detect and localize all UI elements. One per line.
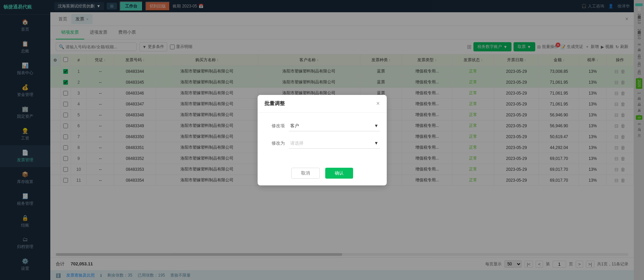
modal-overlay: 批量调整 × 修改项 客户 ▼ 修改为 请选择 ▼ 取消 确认 bbox=[0, 0, 644, 280]
modal-body: 修改项 客户 ▼ 修改为 请选择 ▼ bbox=[258, 113, 387, 164]
modal-change-placeholder: 请选择 bbox=[290, 140, 303, 146]
modal-header: 批量调整 × bbox=[258, 95, 387, 113]
modal-title: 批量调整 bbox=[264, 100, 285, 107]
modal-field-select[interactable]: 客户 ▼ bbox=[289, 121, 380, 131]
modal-confirm-button[interactable]: 确认 bbox=[325, 168, 353, 179]
modal-field-label: 修改项 bbox=[264, 123, 285, 129]
modal-field-row: 修改项 客户 ▼ bbox=[264, 121, 380, 131]
modal-field-chevron: ▼ bbox=[374, 123, 379, 128]
modal-cancel-button[interactable]: 取消 bbox=[291, 168, 320, 179]
modal-change-chevron: ▼ bbox=[374, 141, 379, 146]
modal-footer: 取消 确认 bbox=[258, 164, 387, 185]
modal-field-value: 客户 bbox=[290, 123, 299, 129]
modal-change-row: 修改为 请选择 ▼ bbox=[264, 138, 380, 149]
modal-change-label: 修改为 bbox=[264, 140, 285, 146]
batch-adjust-modal: 批量调整 × 修改项 客户 ▼ 修改为 请选择 ▼ 取消 确认 bbox=[258, 95, 387, 185]
modal-change-select[interactable]: 请选择 ▼ bbox=[289, 138, 380, 149]
modal-close-button[interactable]: × bbox=[376, 100, 380, 106]
